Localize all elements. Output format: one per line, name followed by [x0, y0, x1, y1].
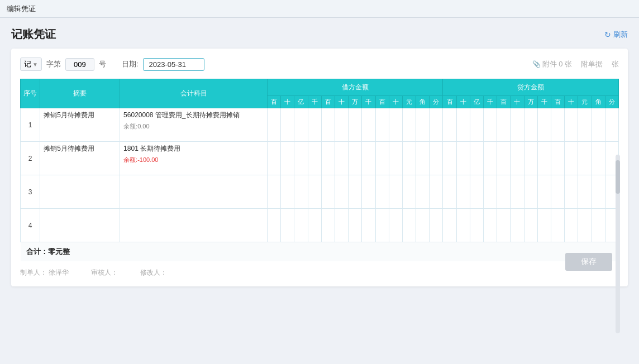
credit-cell[interactable] — [470, 142, 483, 175]
row-subject[interactable]: 56020008 管理费用_长期待摊费用摊销余额:0.00 — [120, 108, 268, 142]
credit-cell[interactable] — [592, 142, 605, 175]
credit-cell[interactable] — [470, 175, 483, 209]
credit-cell[interactable] — [497, 175, 511, 209]
credit-cell[interactable] — [524, 209, 537, 242]
debit-cell[interactable] — [402, 209, 416, 242]
debit-cell[interactable] — [416, 142, 430, 175]
debit-cell[interactable] — [402, 108, 416, 142]
debit-cell[interactable] — [416, 175, 430, 209]
debit-cell[interactable] — [430, 142, 443, 175]
credit-cell[interactable] — [456, 108, 470, 142]
credit-cell[interactable] — [511, 209, 524, 242]
credit-cell[interactable] — [443, 209, 456, 242]
debit-cell[interactable] — [335, 209, 348, 242]
credit-cell[interactable] — [497, 142, 511, 175]
credit-cell[interactable] — [524, 175, 537, 209]
zhang-count[interactable]: 张 — [612, 59, 619, 69]
debit-cell[interactable] — [430, 175, 443, 209]
credit-cell[interactable] — [537, 209, 551, 242]
debit-cell[interactable] — [402, 175, 416, 209]
debit-cell[interactable] — [308, 142, 321, 175]
credit-cell[interactable] — [551, 108, 564, 142]
row-summary[interactable]: 摊销5月待摊费用 — [40, 142, 120, 175]
credit-cell[interactable] — [565, 142, 578, 175]
credit-cell[interactable] — [511, 142, 524, 175]
credit-cell[interactable] — [551, 175, 564, 209]
credit-cell[interactable] — [578, 209, 592, 242]
credit-cell[interactable] — [537, 175, 551, 209]
debit-cell[interactable] — [389, 108, 402, 142]
debit-cell[interactable] — [281, 175, 294, 209]
credit-cell[interactable] — [565, 175, 578, 209]
debit-cell[interactable] — [349, 175, 362, 209]
credit-cell[interactable] — [537, 108, 551, 142]
attach-dan[interactable]: 附单据 — [581, 59, 603, 69]
credit-cell[interactable] — [497, 209, 511, 242]
date-input[interactable] — [143, 58, 204, 71]
debit-cell[interactable] — [389, 175, 402, 209]
debit-cell[interactable] — [268, 209, 281, 242]
debit-cell[interactable] — [294, 209, 308, 242]
credit-cell[interactable] — [578, 175, 592, 209]
debit-cell[interactable] — [389, 142, 402, 175]
debit-cell[interactable] — [362, 209, 375, 242]
debit-cell[interactable] — [268, 175, 281, 209]
debit-cell[interactable] — [375, 175, 389, 209]
debit-cell[interactable] — [308, 209, 321, 242]
debit-cell[interactable] — [321, 142, 335, 175]
debit-cell[interactable] — [335, 175, 348, 209]
row-summary[interactable]: 摊销5月待摊费用 — [40, 108, 120, 142]
scrollbar[interactable] — [616, 155, 620, 333]
debit-cell[interactable] — [268, 142, 281, 175]
credit-cell[interactable] — [470, 209, 483, 242]
debit-cell[interactable] — [416, 209, 430, 242]
row-subject[interactable] — [120, 175, 268, 209]
credit-cell[interactable] — [470, 108, 483, 142]
credit-cell[interactable] — [497, 108, 511, 142]
row-summary[interactable] — [40, 209, 120, 242]
debit-cell[interactable] — [375, 108, 389, 142]
debit-cell[interactable] — [402, 142, 416, 175]
credit-cell[interactable] — [484, 175, 497, 209]
credit-cell[interactable] — [551, 142, 564, 175]
credit-cell[interactable] — [484, 142, 497, 175]
debit-cell[interactable] — [349, 209, 362, 242]
row-subject[interactable] — [120, 209, 268, 242]
credit-cell[interactable] — [484, 108, 497, 142]
debit-cell[interactable] — [416, 108, 430, 142]
debit-cell[interactable] — [430, 108, 443, 142]
credit-cell[interactable] — [578, 108, 592, 142]
debit-cell[interactable] — [294, 108, 308, 142]
debit-cell[interactable] — [321, 108, 335, 142]
debit-cell[interactable] — [321, 175, 335, 209]
credit-cell[interactable] — [443, 175, 456, 209]
debit-cell[interactable] — [281, 209, 294, 242]
credit-cell[interactable] — [484, 209, 497, 242]
debit-cell[interactable] — [308, 108, 321, 142]
attach-link[interactable]: 📎 附件 0 张 — [532, 59, 572, 69]
debit-cell[interactable] — [321, 209, 335, 242]
credit-cell[interactable] — [592, 108, 605, 142]
credit-cell[interactable] — [443, 108, 456, 142]
debit-cell[interactable] — [281, 142, 294, 175]
debit-cell[interactable] — [268, 108, 281, 142]
credit-cell[interactable] — [443, 142, 456, 175]
credit-cell[interactable] — [537, 142, 551, 175]
credit-cell[interactable] — [456, 209, 470, 242]
debit-cell[interactable] — [349, 108, 362, 142]
debit-cell[interactable] — [294, 142, 308, 175]
row-subject[interactable]: 1801 长期待摊费用余额:-100.00 — [120, 142, 268, 175]
credit-cell[interactable] — [578, 142, 592, 175]
credit-cell[interactable] — [551, 209, 564, 242]
debit-cell[interactable] — [362, 142, 375, 175]
debit-cell[interactable] — [294, 175, 308, 209]
debit-cell[interactable] — [335, 108, 348, 142]
debit-cell[interactable] — [362, 108, 375, 142]
credit-cell[interactable] — [592, 209, 605, 242]
credit-cell[interactable] — [605, 108, 618, 142]
credit-cell[interactable] — [511, 108, 524, 142]
save-button[interactable]: 保存 — [565, 253, 612, 271]
jizi-select[interactable]: 记 ▼ — [20, 58, 42, 71]
refresh-button[interactable]: ↻ 刷新 — [604, 30, 628, 40]
debit-cell[interactable] — [335, 142, 348, 175]
